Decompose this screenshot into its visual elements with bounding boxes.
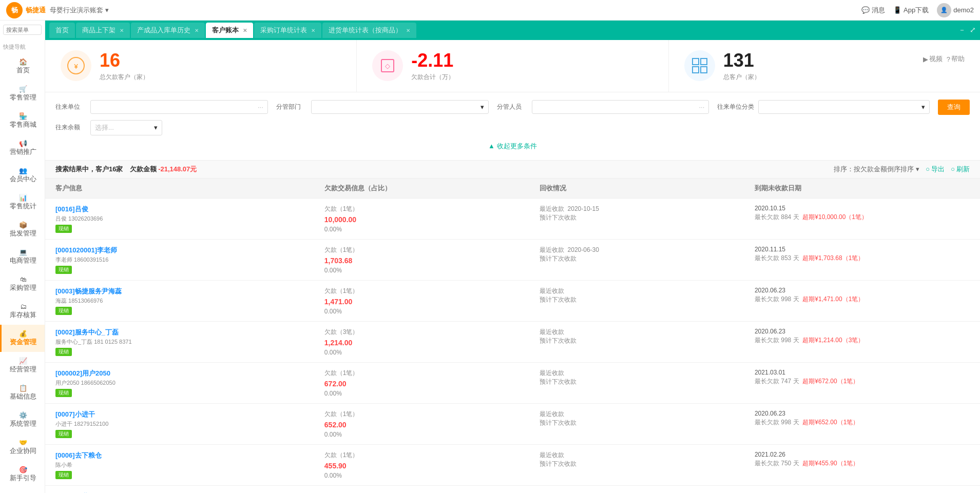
refresh-button[interactable]: ○ 刷新 bbox=[951, 165, 970, 174]
overdue-text[interactable]: 超期¥672.00（1笔） bbox=[802, 378, 859, 385]
svg-text:◇: ◇ bbox=[385, 62, 390, 70]
table-row: [000001]黄思源 黄思源 13552700226 现销 欠款（1笔） 42… bbox=[45, 486, 980, 493]
tab-close-goods[interactable]: ✕ bbox=[406, 28, 410, 33]
source-unit-label: 往来单位 bbox=[55, 103, 86, 111]
top-bar-left: 畅 畅捷通 母婴行业演示账套 ▾ bbox=[6, 2, 109, 18]
overdue-text[interactable]: 超期¥455.90（1笔） bbox=[802, 460, 859, 467]
sidebar-item-guide[interactable]: 🎯新手引导 bbox=[0, 461, 45, 488]
sidebar-item-ecommerce[interactable]: 💻电商管理 bbox=[0, 243, 45, 270]
person-input[interactable]: ··· bbox=[532, 100, 709, 114]
customer-name-link[interactable]: [0006]去下粮仓 bbox=[55, 451, 324, 460]
customer-name-link[interactable]: [000002]用户2050 bbox=[55, 369, 324, 378]
retail-icon: 🛒 bbox=[4, 85, 43, 93]
store-select[interactable]: 母婴行业演示账套 ▾ bbox=[50, 6, 109, 15]
customer-name-link[interactable]: [0002]服务中心_丁磊 bbox=[55, 328, 324, 337]
recovery-cell: 最近收款 预计下次收款 bbox=[540, 410, 755, 438]
sidebar-item-system[interactable]: ⚙️系统管理 bbox=[0, 406, 45, 433]
debtors-number: 16 bbox=[100, 50, 149, 71]
tab-product-listing[interactable]: 商品上下架 ✕ bbox=[76, 23, 130, 38]
total-debt-icon: ◇ bbox=[372, 50, 403, 81]
recovery-label: 最近收款 bbox=[540, 451, 755, 460]
chevron-down-icon: ▾ bbox=[105, 6, 109, 14]
unit-class-select[interactable]: ▾ bbox=[758, 100, 930, 114]
view-video-btn[interactable]: ▶ 视频 bbox=[923, 54, 943, 64]
due-date: 2020.06.23 bbox=[755, 328, 970, 335]
export-button[interactable]: ○ 导出 bbox=[926, 165, 945, 174]
sidebar-item-operations[interactable]: 📈经营管理 bbox=[0, 352, 45, 379]
search-button[interactable]: 查询 bbox=[938, 100, 970, 115]
table-row: [000002]用户2050 用户2050 18665062050 现销 欠款（… bbox=[45, 363, 980, 404]
debt-cell: 欠款（3笔） 1,214.00 0.00% bbox=[324, 328, 540, 356]
overdue-text[interactable]: 超期¥1,214.00（3笔） bbox=[802, 337, 864, 344]
overdue-text[interactable]: 超期¥10,000.00（1笔） bbox=[802, 213, 868, 221]
tab-finished-goods[interactable]: 产成品入库单历史 ✕ bbox=[131, 23, 205, 38]
next-recovery-label: 预计下次收款 bbox=[540, 337, 755, 345]
source-unit-input[interactable]: ··· bbox=[90, 100, 268, 114]
sidebar-item-purchase[interactable]: 🛍采购管理 bbox=[0, 270, 45, 298]
sidebar-item-wholesale[interactable]: 📦批发管理 bbox=[0, 216, 45, 243]
next-recovery-label: 预计下次收款 bbox=[540, 460, 755, 468]
due-date-cell: 2020.06.23 最长欠款 998 天 超期¥1,214.00（3笔） bbox=[755, 328, 970, 356]
customers-icon bbox=[684, 50, 715, 81]
tab-goods-stats[interactable]: 进货单统计表（按商品） ✕ bbox=[322, 23, 416, 38]
filter-row-1: 往来单位 ··· 分管部门 ▾ bbox=[55, 100, 970, 115]
sidebar-item-inventory[interactable]: 🗂库存核算 bbox=[0, 298, 45, 325]
tab-minimize-btn[interactable]: － bbox=[958, 26, 966, 35]
customer-name-link[interactable]: [0003]畅捷服务尹海蕊 bbox=[55, 287, 324, 296]
customer-name-link[interactable]: [0007]小进干 bbox=[55, 410, 324, 419]
svg-rect-6 bbox=[693, 67, 699, 73]
sidebar-item-retail-stats[interactable]: 📊零售统计 bbox=[0, 189, 45, 216]
user-avatar[interactable]: 👤 demo2 bbox=[937, 3, 974, 17]
customer-name-link[interactable]: [0001020001]李老师 bbox=[55, 246, 324, 255]
recovery-label: 最近收款 2020-10-15 bbox=[540, 205, 755, 213]
collapse-button[interactable]: ▲ 收起更多条件 bbox=[55, 140, 970, 153]
balance-select[interactable]: 选择... ▾ bbox=[90, 120, 162, 135]
sort-select[interactable]: 排序：按欠款金额倒序排序 ▾ bbox=[834, 165, 919, 174]
customer-name-link[interactable]: [0016]吕俊 bbox=[55, 205, 324, 214]
svg-rect-4 bbox=[693, 58, 699, 65]
debt-cell: 欠款（1笔） 652.00 0.00% bbox=[324, 410, 540, 438]
main-container: 快捷导航 🏠首页 🛒零售管理 🏪零售商城 📢营销推广 👥会员中心 📊零售统计 📦… bbox=[0, 21, 980, 493]
overdue-text[interactable]: 超期¥652.00（1笔） bbox=[802, 419, 859, 426]
filter-area: 往来单位 ··· 分管部门 ▾ bbox=[45, 92, 980, 161]
sidebar-item-appcenter[interactable]: 📱应用中心 bbox=[0, 488, 45, 493]
download-icon: 📱 bbox=[893, 6, 901, 14]
search-input[interactable] bbox=[3, 25, 42, 35]
customer-cell: [0001020001]李老师 李老师 18600391516 现销 bbox=[55, 246, 324, 274]
next-recovery-label: 预计下次收款 bbox=[540, 378, 755, 386]
sidebar-item-retail-mall[interactable]: 🏪零售商城 bbox=[0, 107, 45, 134]
due-date: 2020.06.23 bbox=[755, 287, 970, 294]
sidebar-item-marketing[interactable]: 📢营销推广 bbox=[0, 134, 45, 162]
stat-card-debtors: ¥ 16 总欠款客户（家） bbox=[45, 40, 357, 92]
tab-close-product[interactable]: ✕ bbox=[120, 28, 124, 33]
overdue-text[interactable]: 超期¥1,703.68（1笔） bbox=[802, 254, 864, 262]
tab-close-purchase[interactable]: ✕ bbox=[311, 28, 315, 33]
help-btn[interactable]: ? 帮助 bbox=[947, 54, 965, 64]
total-debt-number: -2.11 bbox=[411, 50, 454, 71]
tab-customer-ledger[interactable]: 客户账本 ✕ bbox=[206, 23, 253, 38]
sidebar-item-members[interactable]: 👥会员中心 bbox=[0, 162, 45, 189]
debt-percent: 0.00% bbox=[324, 226, 540, 233]
tab-expand-btn[interactable]: ⤢ bbox=[970, 26, 976, 35]
overdue-text[interactable]: 超期¥1,471.00（1笔） bbox=[802, 295, 864, 303]
sidebar-item-retail-mgmt[interactable]: 🛒零售管理 bbox=[0, 80, 45, 107]
sidebar-item-finance[interactable]: 💰资金管理 bbox=[0, 325, 45, 352]
tab-close-finished[interactable]: ✕ bbox=[195, 28, 199, 33]
customer-cell: [000002]用户2050 用户2050 18665062050 现销 bbox=[55, 369, 324, 397]
due-date: 2021.02.26 bbox=[755, 451, 970, 458]
system-icon: ⚙️ bbox=[4, 411, 43, 419]
tab-close-ledger[interactable]: ✕ bbox=[243, 28, 247, 33]
sidebar-item-collab[interactable]: 🤝企业协同 bbox=[0, 433, 45, 461]
app-download-button[interactable]: 📱 App下载 bbox=[893, 6, 929, 15]
message-button[interactable]: 💬 消息 bbox=[861, 6, 885, 15]
top-bar: 畅 畅捷通 母婴行业演示账套 ▾ 💬 消息 📱 App下载 👤 demo2 bbox=[0, 0, 980, 21]
tab-purchase-stats[interactable]: 采购订单统计表 ✕ bbox=[254, 23, 321, 38]
help-icon: ? bbox=[947, 55, 950, 63]
tab-homepage[interactable]: 首页 bbox=[49, 23, 75, 38]
quick-nav-label: 快捷导航 bbox=[0, 39, 45, 53]
overdue-days: 最长欠款 998 天 超期¥652.00（1笔） bbox=[755, 418, 970, 427]
department-select[interactable]: ▾ bbox=[311, 100, 489, 114]
sidebar-item-homepage[interactable]: 🏠首页 bbox=[0, 53, 45, 80]
sidebar: 快捷导航 🏠首页 🛒零售管理 🏪零售商城 📢营销推广 👥会员中心 📊零售统计 📦… bbox=[0, 21, 45, 493]
sidebar-item-basic-info[interactable]: 📋基础信息 bbox=[0, 379, 45, 406]
